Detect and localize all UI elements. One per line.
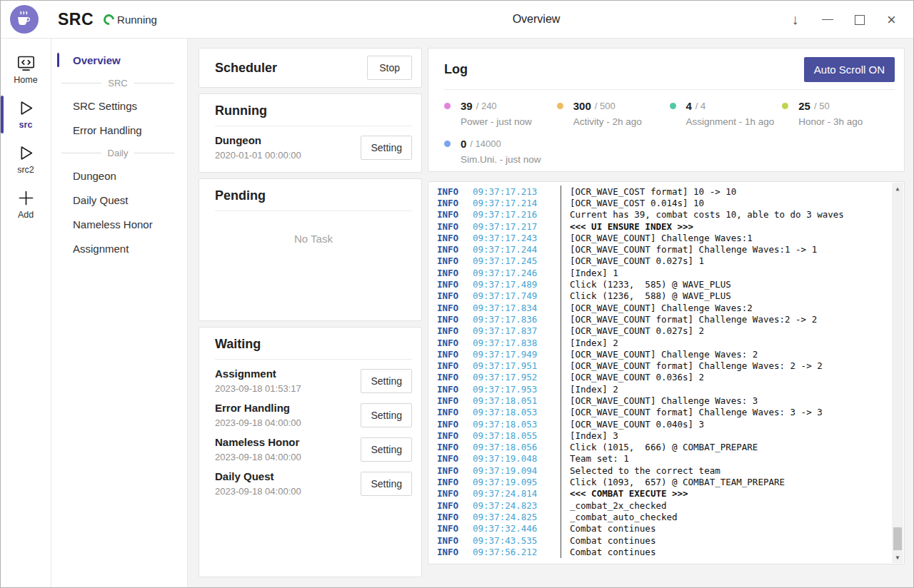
setting-button[interactable]: Setting: [361, 136, 412, 160]
log-line: INFO 09:37:18.053 [OCR_WAVE_COUNT 0.040s…: [428, 418, 892, 430]
scrollbar-thumb[interactable]: [893, 527, 902, 550]
auto-scroll-button[interactable]: Auto Scroll ON: [804, 57, 895, 82]
log-level: INFO: [428, 338, 473, 348]
rail-label-home: Home: [14, 75, 37, 85]
log-timestamp: 09:37:17.953: [473, 384, 561, 395]
rail-item-src2[interactable]: src2: [1, 138, 51, 181]
rail-item-add[interactable]: Add: [1, 183, 51, 226]
log-level: INFO: [428, 360, 473, 371]
task-name: Assignment: [215, 368, 301, 380]
log-message: Click (1093, 657) @ COMBAT_TEAM_PREPARE: [561, 476, 785, 487]
log-line: INFO 09:37:19.094 Selected to the correc…: [428, 465, 892, 476]
log-panel: INFO 09:37:17.213 [OCR_WAVE_COST format]…: [428, 181, 905, 564]
log-timestamp: 09:37:56.212: [473, 547, 561, 557]
log-message: Click (1236, 588) @ WAVE_PLUS: [561, 290, 731, 302]
nav-item-error-handling[interactable]: Error Handling: [51, 118, 187, 142]
log-line: INFO 09:37:17.214 [OCR_WAVE_COST 0.014s]…: [428, 197, 892, 208]
nav-item-dungeon[interactable]: Dungeon: [51, 163, 187, 188]
scroll-up-icon[interactable]: ▲: [892, 183, 903, 194]
log-level: INFO: [428, 290, 473, 301]
log-line: INFO 09:37:17.952 [OCR_WAVE_COUNT 0.036s…: [428, 372, 892, 383]
setting-button[interactable]: Setting: [361, 403, 412, 427]
log-message: [Index] 2: [561, 337, 618, 348]
rail-item-home[interactable]: Home: [1, 48, 51, 91]
log-level: INFO: [428, 268, 473, 278]
log-message: Team set: 1: [561, 453, 629, 465]
log-line: INFO 09:37:32.446 Combat continues: [428, 523, 892, 534]
log-message: _combat_auto_checked: [561, 511, 678, 522]
log-line: INFO 09:37:19.095 Click (1093, 657) @ CO…: [428, 476, 892, 487]
scroll-down-icon[interactable]: ▼: [892, 552, 903, 563]
log-message: Combat continues: [561, 523, 656, 534]
log-timestamp: 09:37:17.749: [473, 290, 561, 301]
log-message: [Index] 3: [561, 430, 618, 441]
log-timestamp: 09:37:43.535: [473, 535, 561, 546]
stat-dot-icon: [557, 103, 563, 109]
nav-item-daily-quest[interactable]: Daily Quest: [51, 188, 187, 212]
log-line: INFO 09:37:17.953 [Index] 2: [428, 383, 892, 395]
log-line: INFO 09:37:17.489 Click (1233, 585) @ WA…: [428, 278, 892, 290]
log-level: INFO: [428, 279, 473, 290]
log-timestamp: 09:37:18.053: [473, 407, 561, 417]
log-level: INFO: [428, 535, 473, 546]
run-status-label: Running: [117, 14, 157, 26]
nav-item-overview[interactable]: Overview: [51, 48, 187, 72]
log-line: INFO 09:37:17.246 [Index] 1: [428, 267, 892, 278]
stat-total: / 4: [695, 101, 705, 111]
stat-caption: Power - just now: [461, 116, 557, 127]
download-update-button[interactable]: ↓: [779, 1, 811, 39]
icon-rail: Home src src2: [1, 39, 51, 587]
task-name: Nameless Honor: [215, 436, 301, 448]
setting-button[interactable]: Setting: [361, 437, 412, 462]
stat-total: / 14000: [470, 138, 501, 149]
log-timestamp: 09:37:18.055: [473, 430, 561, 441]
log-message: Click (1015, 666) @ COMBAT_PREPARE: [561, 442, 758, 453]
log-level: INFO: [428, 255, 473, 266]
nav-item-src-settings[interactable]: SRC Settings: [51, 93, 187, 118]
log-timestamp: 09:37:19.094: [473, 465, 561, 476]
maximize-button[interactable]: [843, 1, 875, 39]
log-message: <<< UI ENSURE INDEX >>>: [561, 220, 693, 232]
minimize-button[interactable]: [811, 1, 843, 39]
setting-button[interactable]: Setting: [361, 472, 412, 496]
stat-dot-icon: [670, 103, 676, 109]
rail-item-src[interactable]: src: [1, 93, 51, 136]
task-row: Daily Quest 2023-09-18 04:00:00 Setting: [215, 470, 412, 497]
task-time: 2023-09-18 04:00:00: [215, 486, 301, 497]
stat-total: / 500: [595, 101, 616, 111]
play-icon: [16, 143, 36, 163]
log-timestamp: 09:37:17.246: [473, 268, 561, 278]
log-line: INFO 09:37:17.216 Current has 39, combat…: [428, 209, 892, 220]
log-timestamp: 09:37:19.095: [473, 477, 561, 487]
log-timestamp: 09:37:17.836: [473, 314, 561, 325]
app-name: SRC: [58, 10, 94, 29]
nav-item-assignment[interactable]: Assignment: [51, 236, 187, 260]
running-card: Running Dungeon 2020-01-01 00:00:00 Sett…: [199, 93, 422, 173]
nav-item-nameless-honor[interactable]: Nameless Honor: [51, 212, 187, 236]
log-level: INFO: [428, 233, 473, 243]
titlebar: SRC Running Overview ↓ ×: [1, 1, 913, 39]
log-timestamp: 09:37:19.048: [473, 453, 561, 464]
stat-caption: Sim.Uni. - just now: [461, 154, 557, 165]
log-scrollbar[interactable]: ▲ ▼: [892, 183, 903, 563]
log-timestamp: 09:37:17.245: [473, 255, 561, 266]
close-button[interactable]: ×: [875, 1, 908, 39]
log-level: INFO: [428, 477, 473, 487]
pending-title: Pending: [215, 188, 412, 203]
log-timestamp: 09:37:24.825: [473, 512, 561, 522]
log-line: INFO 09:37:43.535 Combat continues: [428, 534, 892, 546]
log-level: INFO: [428, 372, 473, 382]
stat-item: 4 / 4 Assignment - 1h ago: [670, 100, 783, 127]
setting-button[interactable]: Setting: [361, 369, 412, 393]
stop-button[interactable]: Stop: [367, 56, 412, 80]
stat-value: 4: [686, 100, 692, 112]
log-level: INFO: [428, 395, 473, 406]
task-row: Dungeon 2020-01-01 00:00:00 Setting: [215, 134, 412, 161]
log-message: _combat_2x_checked: [561, 500, 666, 511]
log-timestamp: 09:37:17.216: [473, 209, 561, 220]
log-message: [OCR_WAVE_COUNT 0.040s] 3: [561, 418, 704, 430]
log-timestamp: 09:37:17.834: [473, 303, 561, 313]
divider: [215, 211, 412, 211]
stat-total: / 240: [476, 101, 497, 111]
running-title: Running: [215, 103, 412, 118]
